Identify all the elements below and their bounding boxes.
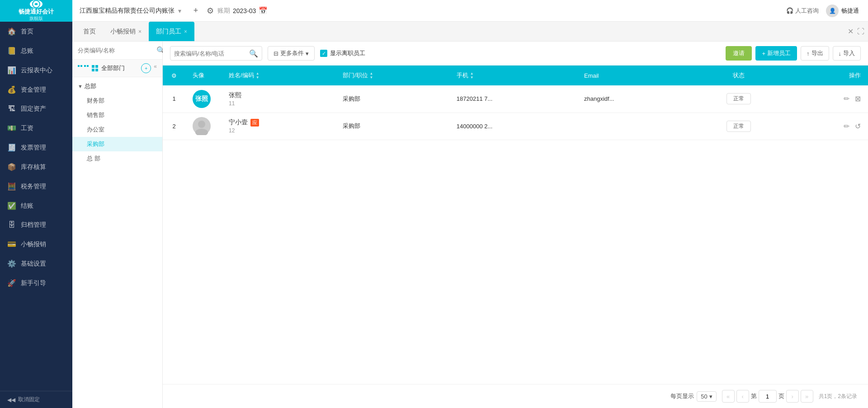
employee-search-input[interactable] [174, 50, 246, 57]
svg-point-5 [198, 121, 205, 128]
sidebar-item-tax[interactable]: 🧮 税务管理 [0, 177, 72, 196]
period-label: 账期 [217, 7, 230, 15]
sidebar-item-guide[interactable]: 🚀 新手引导 [0, 273, 72, 293]
row2-avatar [185, 113, 222, 140]
sidebar-label-settings: 基础设置 [21, 260, 46, 268]
tab-home-label: 首页 [83, 28, 96, 36]
employee-search-wrap: 🔍 [170, 46, 262, 61]
calendar-icon[interactable]: 📅 [259, 6, 268, 15]
add-employee-btn[interactable]: + 新增员工 [755, 46, 797, 61]
prev-page-btn[interactable]: ‹ [736, 390, 749, 403]
col-name-code[interactable]: 姓名/编码 ▲ ▼ [222, 66, 335, 85]
sidebar-label-inventory: 库存核算 [21, 163, 46, 171]
next-page-btn[interactable]: › [786, 390, 799, 403]
window-close-icon[interactable]: ✕ [848, 27, 854, 36]
dept-tree-item-sales[interactable]: 销售部 [72, 108, 162, 122]
user-area[interactable]: 👤 畅捷通 [826, 5, 859, 17]
sidebar-label-guide: 新手引导 [21, 279, 46, 287]
svg-rect-3 [92, 69, 94, 71]
dept-tree-item-purchase[interactable]: 采购部 [72, 137, 162, 151]
support-btn[interactable]: 🎧 人工咨询 [786, 7, 819, 15]
col-dept-label: 部门/职位 [343, 71, 368, 80]
sidebar-item-settings[interactable]: ⚙️ 基础设置 [0, 254, 72, 273]
window-expand-icon[interactable]: ⛶ [857, 28, 864, 36]
employee-table: ⚙ 头像 姓名/编码 ▲ [163, 66, 868, 140]
row1-status-badge: 正常 [726, 93, 751, 104]
add-account-btn[interactable]: + [189, 4, 203, 18]
tab-dept-employee-close[interactable]: × [184, 29, 187, 34]
import-btn[interactable]: ↓ 导入 [833, 46, 861, 61]
sidebar-item-checkout[interactable]: ✅ 结账 [0, 196, 72, 216]
tab-dept-employee-label: 部门员工 [156, 28, 181, 36]
row2-refresh-btn[interactable]: ↺ [855, 122, 861, 131]
invite-btn[interactable]: 邀请 [726, 46, 752, 61]
row1-name-code: 张熙 11 [222, 85, 335, 113]
page-nav: « ‹ 第 页 › » [722, 390, 813, 403]
dept-label-sales: 销售部 [87, 112, 104, 118]
sidebar-label-home: 首页 [21, 28, 33, 36]
more-filter-btn[interactable]: ⊟ 更多条件 ▾ [268, 46, 315, 61]
sidebar-label-checkout: 结账 [21, 202, 33, 210]
employee-search-icon[interactable]: 🔍 [249, 49, 258, 58]
page-size-dropdown[interactable]: 50 ▾ [697, 391, 716, 402]
tab-home[interactable]: 首页 [76, 22, 103, 41]
col-settings[interactable]: ⚙ [163, 66, 185, 85]
invoice-icon: 🧾 [7, 143, 16, 152]
guide-icon: 🚀 [7, 279, 16, 287]
sidebar-item-expense[interactable]: 💳 小畅报销 [0, 234, 72, 254]
header-company: 江西服宝精品有限责任公司内账张 ▾ [72, 7, 189, 15]
page-number-input[interactable] [759, 390, 777, 403]
col-phone[interactable]: 手机 ▲ ▼ [449, 66, 577, 85]
add-dept-btn[interactable]: + [141, 63, 151, 73]
sidebar-item-reports[interactable]: 📊 云报表中心 [0, 61, 72, 80]
dept-label-office: 办公室 [87, 126, 104, 133]
tab-expense-label: 小畅报销 [110, 28, 136, 36]
sidebar-label-invoice: 发票管理 [21, 144, 46, 152]
all-dept-label[interactable]: 全部部门 [78, 64, 125, 72]
table-row: 2 [163, 113, 868, 140]
row2-phone: 14000000 2... [449, 113, 577, 140]
col-actions: 操作 [788, 66, 868, 85]
sidebar-item-inventory[interactable]: 📦 库存核算 [0, 157, 72, 177]
sidebar-item-salary[interactable]: 💵 工资 [0, 118, 72, 138]
sidebar-label-tax: 税务管理 [21, 183, 46, 191]
expense-icon: 💳 [7, 240, 16, 249]
dept-tree-item-hq[interactable]: ▼ 总部 [72, 79, 162, 94]
dept-tree-item-office[interactable]: 办公室 [72, 122, 162, 137]
last-page-btn[interactable]: » [801, 390, 813, 403]
sidebar-item-assets[interactable]: 🏗 固定资产 [0, 99, 72, 118]
logo-text: 畅捷通好会计 [19, 8, 54, 15]
sidebar-item-archive[interactable]: 🗄 归档管理 [0, 216, 72, 234]
row1-edit-btn[interactable]: ✏ [844, 94, 849, 103]
col-dept-position[interactable]: 部门/职位 ▲ ▼ [335, 66, 449, 85]
inventory-icon: 📦 [7, 163, 16, 171]
dept-tree-item-finance[interactable]: 财务部 [72, 94, 162, 108]
salary-icon: 💵 [7, 124, 16, 132]
dept-search-input[interactable] [78, 47, 154, 54]
row2-actions: ✏ ↺ [788, 113, 868, 140]
sort-phone-icon: ▲ ▼ [470, 72, 474, 80]
row2-edit-btn[interactable]: ✏ [844, 122, 849, 131]
sidebar-item-home[interactable]: 🏠 首页 [0, 22, 72, 41]
first-page-btn[interactable]: « [722, 390, 735, 403]
show-resigned-toggle[interactable]: ✓ 显示离职员工 [320, 49, 365, 57]
tab-dept-employee[interactable]: 部门员工 × [149, 22, 194, 41]
dept-tree-item-hq2[interactable]: 总 部 [72, 151, 162, 166]
sidebar-item-invoice[interactable]: 🧾 发票管理 [0, 138, 72, 157]
sidebar-item-ledger[interactable]: 📒 总账 [0, 41, 72, 61]
show-resigned-checkbox[interactable]: ✓ [320, 50, 327, 57]
company-dropdown-btn[interactable]: ▾ [178, 7, 181, 14]
unpin-btn[interactable]: ◀◀ 取消固定 [0, 391, 72, 408]
period-area: 账期 2023-03 📅 [217, 6, 268, 15]
settings-icon-btn[interactable]: ⚙ [203, 4, 217, 18]
page-di-label: 第 [751, 392, 757, 400]
archive-icon: 🗄 [7, 221, 16, 229]
sidebar-item-funds[interactable]: 💰 资金管理 [0, 80, 72, 99]
export-btn[interactable]: ↑ 导出 [801, 46, 829, 61]
row1-logout-btn[interactable]: ⊠ [855, 94, 861, 103]
tab-expense-close[interactable]: × [138, 29, 142, 34]
tab-expense[interactable]: 小畅报销 × [103, 22, 149, 41]
collapse-dept-btn[interactable]: « [154, 63, 157, 73]
svg-rect-2 [95, 65, 98, 68]
ledger-icon: 📒 [7, 47, 16, 55]
